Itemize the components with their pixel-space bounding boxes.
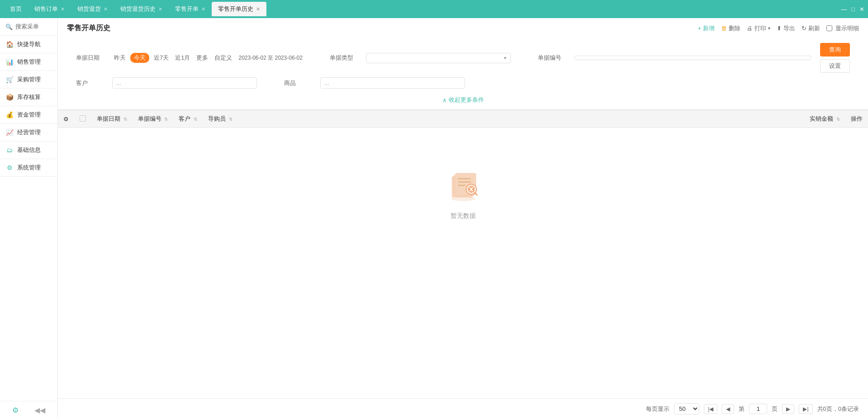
- date-range: 2023-06-02 至 2023-06-02: [238, 54, 302, 62]
- table-body: 暂无数据: [58, 128, 868, 239]
- number-input[interactable]: [574, 56, 811, 60]
- finance-icon: 💰: [5, 111, 14, 119]
- type-filter-label: 单据类型: [330, 54, 357, 62]
- th-date[interactable]: 单据日期 ⇅: [91, 110, 133, 128]
- setting-button[interactable]: 设置: [820, 59, 850, 73]
- chevron-down-icon: ▾: [504, 55, 507, 61]
- th-checkbox[interactable]: [74, 110, 91, 128]
- date-opt-yesterday[interactable]: 昨天: [112, 53, 128, 62]
- customer-filter-label: 客户: [76, 79, 103, 87]
- tab-retail-order-history[interactable]: 零售开单历史 ✕: [212, 2, 266, 16]
- sidebar-item-label: 快捷导航: [17, 40, 41, 48]
- sidebar-item-finance[interactable]: 💰 资金管理: [0, 106, 57, 124]
- close-window-btn[interactable]: ✕: [859, 6, 864, 13]
- close-icon[interactable]: ✕: [256, 6, 260, 12]
- sort-arrows-amount: ⇅: [836, 117, 840, 122]
- gear-icon[interactable]: ⚙: [63, 116, 69, 122]
- last-page-btn[interactable]: ▶|: [799, 404, 812, 414]
- sidebar-item-label: 经营管理: [17, 128, 41, 137]
- empty-state-cell: 暂无数据: [58, 128, 868, 239]
- sidebar-item-operation[interactable]: 📈 经营管理: [0, 124, 57, 141]
- purchase-icon: 🛒: [5, 75, 14, 84]
- sidebar-item-inventory[interactable]: 📦 库存核算: [0, 89, 57, 106]
- sidebar-item-label: 采购管理: [17, 75, 41, 84]
- collapse-button[interactable]: ∧ 收起更多条件: [442, 96, 484, 104]
- date-opt-custom[interactable]: 自定义: [213, 53, 234, 62]
- sort-arrows-date: ⇅: [123, 117, 127, 122]
- sidebar-search[interactable]: 🔍 搜索采单: [0, 18, 57, 36]
- sidebar-item-label: 库存核算: [17, 93, 41, 101]
- print-button[interactable]: 🖨 打印 ▾: [747, 24, 770, 33]
- goods-filter-label: 商品: [284, 79, 311, 87]
- customer-input[interactable]: ...: [112, 77, 257, 89]
- sidebar-item-basic-info[interactable]: 🗂 基础信息: [0, 141, 57, 159]
- sidebar-item-quick-nav[interactable]: 🏠 快捷导航: [0, 36, 57, 53]
- print-dropdown-icon: ▾: [768, 26, 770, 31]
- minimize-btn[interactable]: —: [841, 6, 847, 13]
- refresh-button[interactable]: ↻ 刷新: [802, 24, 820, 33]
- page-header: 零售开单历史 + 新增 🗑 🗑 删除 删除 🖨 打印 ▾ ⬆: [58, 18, 868, 110]
- date-opt-7days[interactable]: 近7天: [152, 53, 171, 62]
- quick-nav-icon: 🏠: [5, 40, 14, 48]
- empty-state-row: 暂无数据: [58, 128, 868, 239]
- empty-state-icon: [443, 164, 484, 205]
- th-gear[interactable]: ⚙: [58, 110, 74, 128]
- type-select[interactable]: ▾: [366, 53, 511, 63]
- tab-sales-return[interactable]: 销货退货 ✕: [71, 2, 114, 16]
- system-icon: ⚙: [5, 164, 14, 172]
- export-button[interactable]: ⬆ 导出: [777, 24, 795, 33]
- page-suffix-label: 页: [772, 405, 778, 413]
- display-detail-checkbox[interactable]: 显示明细: [826, 24, 859, 33]
- query-button[interactable]: 查询: [820, 43, 850, 56]
- settings-icon[interactable]: ⚙: [12, 406, 19, 414]
- data-table: ⚙ 单据日期 ⇅ 单据编号 ⇅: [58, 110, 868, 238]
- th-guide[interactable]: 导购员 ⇅: [203, 110, 238, 128]
- goods-input[interactable]: ...: [320, 77, 465, 89]
- sidebar-bottom: ⚙ ◀◀: [0, 401, 57, 419]
- close-icon[interactable]: ✕: [201, 6, 205, 12]
- next-page-btn[interactable]: ▶: [782, 404, 794, 414]
- display-detail-input[interactable]: [826, 25, 832, 31]
- filter-area: 单据日期 昨天 今天 近7天 近1月 更多 自定义 2023-06-02 至 2…: [67, 38, 859, 109]
- th-action: 操作: [845, 110, 868, 128]
- th-number[interactable]: 单据编号 ⇅: [133, 110, 174, 128]
- basic-info-icon: 🗂: [5, 146, 14, 154]
- pagination-bar: 每页显示 50 100 200 |◀ ◀ 第 1 页 ▶ ▶| 共0页，0条记录: [58, 398, 868, 419]
- date-opt-1month[interactable]: 近1月: [173, 53, 192, 62]
- close-icon[interactable]: ✕: [61, 6, 65, 12]
- empty-state: 暂无数据: [58, 128, 868, 238]
- collapse-row: ∧ 收起更多条件: [76, 93, 850, 105]
- sidebar-item-sales[interactable]: 📊 销售管理: [0, 53, 57, 71]
- select-all-checkbox[interactable]: [80, 115, 86, 122]
- sidebar-item-system[interactable]: ⚙ 系统管理: [0, 159, 57, 177]
- date-opt-today[interactable]: 今天: [130, 53, 149, 63]
- sidebar-item-label: 销售管理: [17, 58, 41, 66]
- table-header-row: ⚙ 单据日期 ⇅ 单据编号 ⇅: [58, 110, 868, 128]
- collapse-sidebar-icon[interactable]: ◀◀: [34, 406, 45, 414]
- tab-retail-order[interactable]: 零售开单 ✕: [169, 2, 212, 16]
- action-buttons: 查询 设置: [820, 43, 850, 73]
- sidebar-item-purchase[interactable]: 🛒 采购管理: [0, 71, 57, 89]
- number-filter-label: 单据编号: [538, 54, 565, 62]
- sidebar: 🔍 搜索采单 🏠 快捷导航 📊 销售管理 🛒 采购管理 📦 库存核算 💰 资金管…: [0, 18, 58, 419]
- th-spacer: [238, 110, 805, 128]
- th-customer[interactable]: 客户 ⇅: [173, 110, 203, 128]
- first-page-btn[interactable]: |◀: [704, 404, 717, 414]
- search-icon: 🔍: [5, 24, 13, 30]
- add-button[interactable]: + 新增: [698, 24, 715, 33]
- page-number-input[interactable]: 1: [749, 404, 767, 414]
- tab-home[interactable]: 首页: [4, 2, 28, 16]
- close-icon[interactable]: ✕: [158, 6, 162, 12]
- tab-sales-order[interactable]: 销售订单 ✕: [28, 2, 71, 16]
- delete-button[interactable]: 🗑 🗑 删除 删除: [721, 24, 740, 33]
- goods-placeholder: ...: [324, 80, 329, 86]
- tab-sales-return-history[interactable]: 销货退货历史 ✕: [114, 2, 169, 16]
- th-amount[interactable]: 实销金额 ⇅: [804, 110, 845, 128]
- per-page-select[interactable]: 50 100 200: [674, 403, 699, 414]
- date-opt-more[interactable]: 更多: [194, 53, 210, 62]
- sidebar-item-label: 资金管理: [17, 111, 41, 119]
- maximize-btn[interactable]: □: [851, 6, 855, 13]
- prev-page-btn[interactable]: ◀: [722, 404, 734, 414]
- date-filter-label: 单据日期: [76, 54, 103, 62]
- close-icon[interactable]: ✕: [104, 6, 108, 12]
